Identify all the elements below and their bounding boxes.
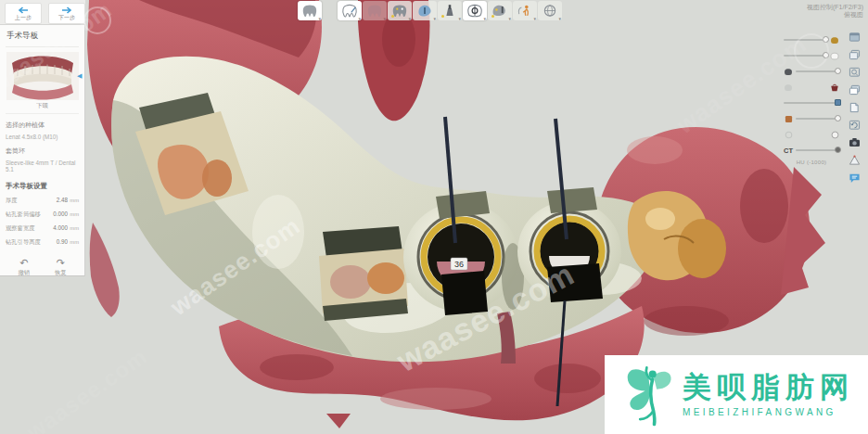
layout-stack-icon[interactable]	[848, 83, 861, 96]
globe-view-icon[interactable]: ▾	[538, 1, 562, 20]
wizard-nav: 上一步 下一步	[0, 0, 85, 25]
param-label: 厚度	[6, 197, 57, 205]
redo-icon: ↷	[57, 258, 65, 268]
bone-block-icon	[785, 115, 793, 123]
chevron-down-icon: ▾	[383, 17, 386, 21]
implant-blue-icon[interactable]: ▾	[413, 1, 437, 20]
redo-button[interactable]: ↷ 恢复	[55, 258, 67, 277]
layout-copy-icon[interactable]	[848, 48, 861, 60]
param-unit: mm	[68, 211, 79, 217]
circle-toggle-icon[interactable]	[831, 131, 839, 139]
teeth-ghost-icon[interactable]: ▾	[363, 1, 387, 20]
slider-knob[interactable]	[835, 147, 841, 153]
gold-tooth-icon	[830, 36, 839, 45]
doc-icon[interactable]	[848, 101, 861, 113]
abutment-icon[interactable]: ▾	[438, 1, 462, 20]
param-unit: mm	[68, 198, 79, 203]
param-row: 观察窗宽度 4.000 mm	[6, 224, 79, 233]
view-hint: 视图控制(F1/F2/F3) 俯视图	[807, 4, 863, 19]
param-row: 厚度 2.48 mm	[6, 197, 79, 205]
param-label: 钻孔套筒偏移	[6, 211, 53, 219]
implant-glyph	[416, 4, 433, 18]
slider-knob[interactable]	[823, 52, 829, 58]
jaw-preview[interactable]: ◀	[6, 52, 79, 100]
slider-track[interactable]	[796, 149, 839, 151]
implant-section-value: Lenat 4.5x8.0 (M10)	[6, 134, 79, 140]
person-glyph	[517, 4, 533, 18]
layout-single-icon[interactable]	[848, 31, 861, 43]
implant-opacity-slider[interactable]	[784, 96, 839, 109]
redo-label: 恢复	[55, 269, 67, 277]
guide-settings-title: 手术导板设置	[6, 182, 79, 191]
sidebar-actions: ↶ 撤销 ↷ 恢复	[6, 258, 79, 277]
restoration-opacity-slider[interactable]	[784, 33, 839, 46]
sleeve-design-icon[interactable]: ▾	[463, 1, 487, 20]
slider-track[interactable]	[796, 118, 839, 120]
dark-tooth-icon	[784, 68, 793, 76]
chevron-down-icon: ▾	[508, 17, 511, 21]
ct-opacity-slider[interactable]: CT	[784, 144, 839, 157]
undo-label: 撤销	[18, 269, 30, 277]
layout-zoom-icon[interactable]	[848, 66, 861, 78]
visibility-toggle-row[interactable]	[784, 128, 839, 141]
guide-opacity-slider[interactable]	[784, 65, 839, 78]
slider-track[interactable]	[796, 70, 839, 72]
display-controls: CT HU (-1000)	[784, 33, 839, 165]
chevron-down-icon: ▾	[318, 17, 321, 21]
param-label: 观察窗宽度	[6, 224, 53, 233]
param-value[interactable]: 0.90	[57, 238, 68, 245]
carousel-arrow-icon[interactable]: ◀	[77, 72, 82, 80]
status-dot	[441, 15, 444, 18]
chevron-down-icon: ▾	[458, 17, 461, 21]
param-value[interactable]: 4.000	[53, 224, 68, 231]
brand-watermark: 美呗脂肪网 MEIBEIZHIFANGWANG	[605, 355, 868, 434]
scan-opacity-slider[interactable]	[784, 49, 839, 62]
slider-knob[interactable]	[835, 115, 841, 121]
sleeve-glyph	[466, 4, 483, 18]
param-unit: mm	[68, 225, 79, 231]
sleeve-section-label: 套筒环	[6, 147, 79, 156]
slider-knob[interactable]	[835, 99, 841, 106]
faint-tooth-icon	[784, 83, 793, 92]
doc-refresh-icon[interactable]	[848, 119, 861, 131]
layer-delete-row[interactable]	[784, 81, 839, 94]
patient-pose-icon[interactable]: ▾	[513, 1, 537, 20]
inspection-window-center[interactable]	[319, 226, 408, 321]
undo-icon: ↶	[19, 258, 28, 268]
white-tooth-icon	[830, 52, 839, 60]
undo-button[interactable]: ↶ 撤销	[18, 258, 30, 277]
param-label: 钻孔引导高度	[6, 238, 57, 247]
tooth-glyph	[301, 4, 318, 18]
chevron-down-icon: ▾	[558, 17, 561, 21]
chevron-down-icon: ▾	[358, 17, 361, 21]
screenshot-icon[interactable]	[848, 136, 861, 148]
next-step-button[interactable]: 下一步	[48, 3, 85, 24]
butterfly-logo-icon	[625, 362, 675, 428]
jaw-caption: 下颌	[6, 102, 79, 114]
slider-track[interactable]	[784, 102, 839, 104]
measure-prism-icon[interactable]	[848, 154, 861, 166]
circle-outline-icon	[785, 131, 793, 139]
brand-name-cn: 美呗脂肪网	[683, 373, 854, 402]
slider-knob[interactable]	[835, 68, 841, 74]
chevron-down-icon: ▾	[408, 17, 411, 21]
param-row: 钻孔套筒偏移 0.000 mm	[6, 211, 79, 219]
slider-knob[interactable]	[823, 36, 829, 43]
prev-step-button[interactable]: 上一步	[5, 3, 42, 24]
teeth-edit-icon[interactable]: ▾	[338, 1, 362, 20]
basket-icon[interactable]	[830, 83, 839, 92]
globe-glyph	[542, 4, 557, 18]
hu-value: HU (-1000)	[784, 160, 839, 165]
slider-track[interactable]	[784, 55, 827, 57]
chat-icon[interactable]	[848, 172, 861, 184]
page-title: 手术导板	[6, 29, 79, 47]
slider-track[interactable]	[784, 39, 827, 41]
param-value[interactable]: 0.000	[53, 211, 68, 217]
teeth-dots-icon[interactable]: ▾	[388, 1, 412, 20]
implant-pair-icon[interactable]: ▾	[488, 1, 512, 20]
jaw-scan-icon[interactable]: ▾	[298, 1, 322, 20]
param-value[interactable]: 2.48	[57, 197, 68, 203]
arrow-left-icon	[18, 6, 29, 14]
bone-opacity-slider[interactable]	[784, 112, 839, 125]
chevron-down-icon: ▾	[433, 17, 436, 21]
